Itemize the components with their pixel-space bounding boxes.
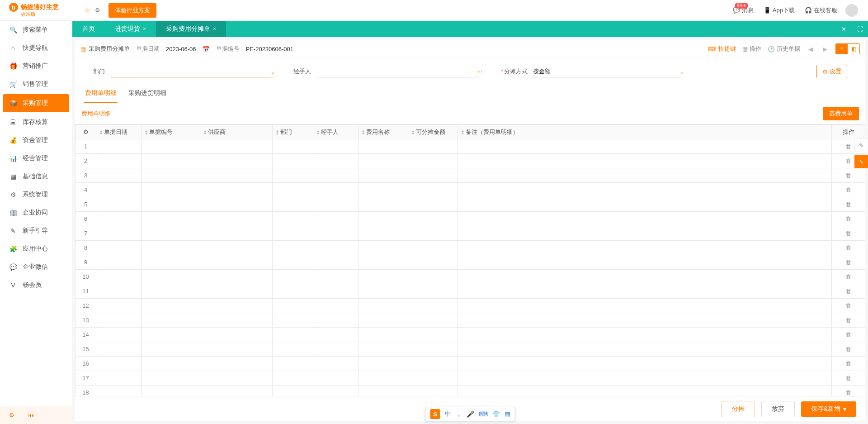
sidebar-item-3[interactable]: 🛒销售管理: [0, 75, 72, 93]
column-header[interactable]: ▴▾经手人: [313, 125, 359, 139]
column-header[interactable]: ▴▾备注（费用单明细）: [458, 125, 832, 139]
table-row[interactable]: 7🗑: [75, 226, 865, 241]
sidebar-item-5[interactable]: 🏛库存核算: [0, 113, 72, 131]
fullscreen-button[interactable]: ⛶: [852, 21, 868, 37]
tab-2[interactable]: 采购费用分摊单×: [156, 21, 226, 37]
table-row[interactable]: 3🗑: [75, 168, 865, 183]
trash-icon[interactable]: 🗑: [845, 302, 851, 309]
sidebar-item-2[interactable]: 🎁营销推广: [0, 57, 72, 75]
inner-tab-1[interactable]: 采购进货明细: [127, 86, 167, 103]
department-field[interactable]: 部门 ⌄: [93, 66, 275, 77]
trash-icon[interactable]: 🗑: [845, 157, 851, 164]
settings-button[interactable]: ⚙设置: [816, 65, 847, 78]
ime-lang[interactable]: 中: [445, 410, 451, 418]
save-and-new-button[interactable]: 保存&新增▾: [801, 401, 856, 417]
toolbox-icon[interactable]: ▦: [505, 410, 510, 418]
trash-icon[interactable]: 🗑: [845, 201, 851, 208]
sidebar-item-11[interactable]: ✎新手引导: [0, 222, 72, 240]
trash-icon[interactable]: 🗑: [845, 143, 851, 150]
calendar-icon[interactable]: 📅: [203, 46, 210, 52]
mic-icon[interactable]: 🎤: [467, 410, 474, 418]
column-header[interactable]: ▴▾供应商: [200, 125, 273, 139]
sidebar-item-8[interactable]: ▦基础信息: [0, 167, 72, 186]
org-selector[interactable]: ▾: [81, 7, 89, 14]
allocate-button[interactable]: 分摊: [722, 401, 755, 417]
table-row[interactable]: 14🗑: [75, 328, 865, 342]
table-row[interactable]: 9🗑: [75, 255, 865, 270]
method-field[interactable]: *分摊方式 ⌄: [501, 66, 684, 77]
trash-icon[interactable]: 🗑: [845, 259, 851, 266]
inner-tab-0[interactable]: 费用单明细: [84, 86, 118, 103]
column-settings[interactable]: ⚙: [75, 125, 96, 139]
avatar[interactable]: [845, 4, 858, 17]
trash-icon[interactable]: 🗑: [845, 172, 851, 179]
more-icon[interactable]: ···: [476, 68, 483, 75]
trash-icon[interactable]: 🗑: [845, 273, 851, 280]
tab-0[interactable]: 首页: [72, 21, 105, 37]
trash-icon[interactable]: 🗑: [845, 389, 851, 396]
chevron-down-icon[interactable]: ⌄: [270, 68, 275, 75]
table-row[interactable]: 13🗑: [75, 313, 865, 328]
sidebar-item-14[interactable]: V畅会员: [0, 276, 72, 294]
table-row[interactable]: 2🗑: [75, 154, 865, 168]
prev-doc-button[interactable]: ◀: [807, 46, 815, 52]
column-header[interactable]: ▴▾部门: [273, 125, 313, 139]
gear-icon[interactable]: ⚙: [95, 7, 100, 14]
tab-1[interactable]: 进货退货×: [105, 21, 156, 37]
date-value[interactable]: 2023-06-06: [166, 46, 196, 52]
view-list-button[interactable]: ≡: [836, 44, 848, 54]
expand-rail-button[interactable]: ⤡: [854, 155, 868, 168]
trash-icon[interactable]: 🗑: [845, 288, 851, 295]
discard-button[interactable]: 放弃: [761, 401, 795, 417]
trash-icon[interactable]: 🗑: [845, 186, 851, 193]
keyboard-icon[interactable]: ⌨: [479, 410, 488, 418]
sidebar-item-4[interactable]: 📦采购管理: [3, 94, 69, 112]
trash-icon[interactable]: 🗑: [845, 331, 851, 338]
trash-icon[interactable]: 🗑: [845, 215, 851, 222]
table-row[interactable]: 8🗑: [75, 241, 865, 255]
messages-link[interactable]: 💬 99 + 消息: [733, 6, 754, 14]
trash-icon[interactable]: 🗑: [845, 346, 851, 353]
chevron-down-icon[interactable]: ⌄: [679, 68, 684, 75]
table-row[interactable]: 18🗑: [75, 386, 865, 396]
table-row[interactable]: 12🗑: [75, 299, 865, 313]
trash-icon[interactable]: 🗑: [845, 375, 851, 381]
trash-icon[interactable]: 🗑: [845, 360, 851, 367]
select-expense-button[interactable]: 选费用单: [823, 107, 859, 120]
close-all-tabs-button[interactable]: ✕: [835, 21, 852, 37]
sidebar-item-13[interactable]: 💬企业微信: [0, 258, 72, 276]
sidebar-item-10[interactable]: 🏢企业协同: [0, 204, 72, 222]
table-row[interactable]: 15🗑: [75, 342, 865, 357]
ime-toolbar[interactable]: S 中 ， 🎤 ⌨ 👕 ▦: [425, 407, 515, 421]
sidebar-item-6[interactable]: 💰资金管理: [0, 131, 72, 149]
trash-icon[interactable]: 🗑: [845, 317, 851, 324]
operate-link[interactable]: ▦操作: [742, 45, 761, 53]
table-row[interactable]: 16🗑: [75, 357, 865, 371]
ime-punct[interactable]: ，: [456, 410, 462, 418]
sidebar-item-12[interactable]: 🧩应用中心: [0, 240, 72, 258]
method-input[interactable]: [533, 66, 682, 77]
shortcut-link[interactable]: ⌨快捷键: [708, 45, 736, 53]
close-icon[interactable]: ×: [143, 26, 146, 32]
table-row[interactable]: 10🗑: [75, 270, 865, 284]
edit-rail-button[interactable]: ✎: [854, 138, 868, 152]
next-doc-button[interactable]: ▶: [821, 46, 829, 52]
table-row[interactable]: 5🗑: [75, 197, 865, 212]
sidebar-item-7[interactable]: 📊经营管理: [0, 149, 72, 167]
column-header[interactable]: ▴▾费用名称: [359, 125, 408, 139]
trial-button[interactable]: 体验行业方案: [108, 3, 156, 18]
column-header[interactable]: ▴▾单据编号: [142, 125, 200, 139]
trash-icon[interactable]: 🗑: [845, 230, 851, 237]
sidebar-item-0[interactable]: 🔍搜索菜单: [0, 21, 72, 39]
handler-input[interactable]: [316, 66, 479, 77]
table-row[interactable]: 11🗑: [75, 284, 865, 299]
online-service-link[interactable]: 🎧 在线客服: [805, 6, 837, 14]
table-row[interactable]: 1🗑: [75, 139, 865, 154]
table-row[interactable]: 17🗑: [75, 371, 865, 386]
history-link[interactable]: 🕑历史单据: [768, 45, 800, 53]
app-download-link[interactable]: 📱 App下载: [764, 6, 795, 14]
sidebar-item-1[interactable]: ⌂快捷导航: [0, 39, 72, 57]
view-card-button[interactable]: ◧: [848, 44, 859, 54]
trash-icon[interactable]: 🗑: [845, 244, 851, 251]
handler-field[interactable]: 经手人 ···: [293, 66, 483, 77]
